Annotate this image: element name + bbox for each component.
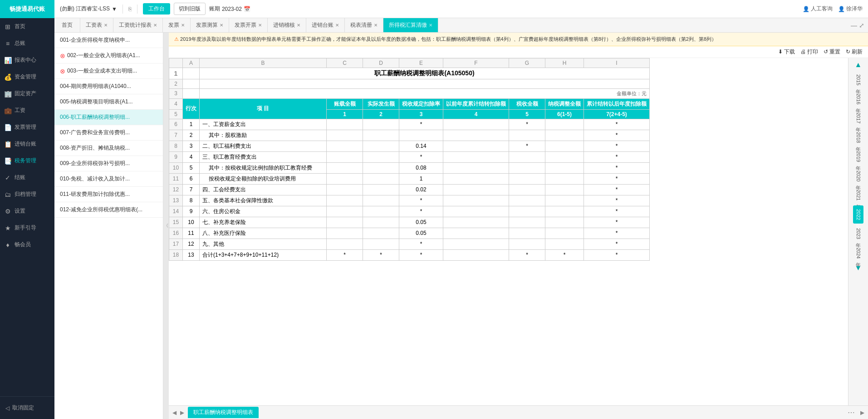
year-2015[interactable]: 2015年: [853, 71, 863, 89]
left-panel-item-001[interactable]: 001-企业所得税年度纳税申...: [54, 33, 163, 48]
row-6-f[interactable]: [443, 119, 509, 130]
left-panel-item-010[interactable]: 010-免税、减计收入及加计...: [54, 171, 163, 187]
year-2020[interactable]: 2020年: [853, 167, 863, 185]
row-17-g[interactable]: [509, 239, 545, 249]
sidebar-item-ledger[interactable]: ≡ 总账: [0, 35, 54, 52]
row-10-c[interactable]: [327, 162, 363, 173]
year-2022[interactable]: 2022年: [853, 205, 863, 224]
row-7-d[interactable]: [363, 130, 399, 141]
sidebar-item-closing[interactable]: ✓ 结账: [0, 169, 54, 186]
refresh-button[interactable]: ↻ 刷新: [846, 48, 863, 56]
row-7-h[interactable]: [545, 130, 584, 141]
reset-button[interactable]: ↺ 重置: [824, 48, 840, 56]
row-16-f[interactable]: [443, 228, 509, 239]
sidebar-item-funds[interactable]: 💰 资金管理: [0, 68, 54, 85]
row-12-f[interactable]: [443, 184, 509, 195]
left-panel-item-008[interactable]: 008-资产折旧、摊销及纳税...: [54, 141, 163, 156]
row-6-h[interactable]: [545, 119, 584, 130]
sidebar-item-home[interactable]: ⊞ 首页: [0, 18, 54, 35]
row-12-d[interactable]: [363, 184, 399, 195]
row-13-c[interactable]: [327, 195, 363, 206]
row-9-f[interactable]: [443, 151, 509, 162]
tab-home[interactable]: 首页: [54, 18, 80, 33]
row-8-c[interactable]: [327, 141, 363, 151]
row-15-c[interactable]: [327, 217, 363, 228]
tab-invoice-close[interactable]: ✕: [181, 23, 185, 28]
scroll-right-end-button[interactable]: ▶: [860, 409, 864, 416]
row-10-f[interactable]: [443, 162, 509, 173]
row-17-c[interactable]: [327, 239, 363, 249]
tab-minimize-icon[interactable]: —: [851, 22, 857, 29]
row-14-h[interactable]: [545, 206, 584, 217]
service-button[interactable]: 👤 人工客询: [803, 5, 833, 13]
sidebar-item-assets[interactable]: 🏢 固定资产: [0, 85, 54, 102]
year-2016[interactable]: 2016年: [853, 90, 863, 108]
year-up-button[interactable]: ▲: [854, 60, 863, 70]
sidebar-item-settings[interactable]: ⚙ 设置: [0, 203, 54, 219]
sidebar-item-reports[interactable]: 📊 报表中心: [0, 52, 54, 68]
row-12-g[interactable]: [509, 184, 545, 195]
tab-income-tax-close[interactable]: ✕: [429, 23, 432, 28]
sheet-options-button[interactable]: ⋯: [848, 408, 855, 417]
tab-invoice-calc-close[interactable]: ✕: [220, 23, 223, 28]
tab-purchase-check-close[interactable]: ✕: [297, 23, 300, 28]
calendar-icon[interactable]: 📅: [244, 6, 250, 12]
unpin-button[interactable]: ◁ 取消固定: [4, 400, 51, 415]
row-11-f[interactable]: [443, 173, 509, 184]
year-2021[interactable]: 2021年: [853, 186, 863, 204]
tab-tax-sheet[interactable]: 税表清册 ✕: [345, 18, 383, 33]
tab-purchase-ledger[interactable]: 进销台账 ✕: [306, 18, 345, 33]
row-16-g[interactable]: [509, 228, 545, 239]
row-11-g[interactable]: [509, 173, 545, 184]
row-9-h[interactable]: [545, 151, 584, 162]
year-2018[interactable]: 2018年: [853, 128, 863, 146]
row-12-c[interactable]: [327, 184, 363, 195]
tab-invoice-open-close[interactable]: ✕: [258, 23, 262, 28]
row-16-d[interactable]: [363, 228, 399, 239]
row-13-f[interactable]: [443, 195, 509, 206]
year-2019[interactable]: 2019年: [853, 147, 863, 166]
row-8-h[interactable]: [545, 141, 584, 151]
sidebar-item-invoice-mgmt[interactable]: 📄 发票管理: [0, 119, 54, 136]
row-11-d[interactable]: [363, 173, 399, 184]
year-2017[interactable]: 2017年: [853, 109, 863, 127]
row-9-c[interactable]: [327, 151, 363, 162]
switch-old-button[interactable]: 切到旧版: [174, 3, 206, 15]
tab-expand-icon[interactable]: ⤢: [859, 22, 864, 29]
left-panel-item-009[interactable]: 009-企业所得税弥补亏损明...: [54, 156, 163, 171]
row-15-f[interactable]: [443, 217, 509, 228]
row-15-h[interactable]: [545, 217, 584, 228]
row-10-g[interactable]: [509, 162, 545, 173]
row-10-h[interactable]: [545, 162, 584, 173]
row-7-g[interactable]: [509, 130, 545, 141]
left-panel-item-011[interactable]: 011-研发费用加计扣除优惠...: [54, 187, 163, 202]
row-9-g[interactable]: [509, 151, 545, 162]
row-7-e[interactable]: [399, 130, 443, 141]
row-12-h[interactable]: [545, 184, 584, 195]
tab-salary-stats[interactable]: 工资统计报表 ✕: [113, 18, 163, 33]
row-7-c[interactable]: [327, 130, 363, 141]
sidebar-item-archive[interactable]: 🗂 归档管理: [0, 186, 54, 203]
workspace-button[interactable]: 工作台: [143, 3, 170, 15]
year-down-button[interactable]: ▼: [854, 263, 863, 273]
left-panel-item-012[interactable]: 012-减免企业所得税优惠明细表(...: [54, 202, 163, 218]
tab-invoice-open[interactable]: 发票开票 ✕: [229, 18, 268, 33]
row-15-d[interactable]: [363, 217, 399, 228]
scroll-right-button[interactable]: ▶: [180, 409, 184, 416]
row-14-f[interactable]: [443, 206, 509, 217]
row-17-f[interactable]: [443, 239, 509, 249]
company-selector[interactable]: (勿删) 江西睿宝-LSS ▼: [60, 5, 117, 13]
left-panel-item-004[interactable]: 004-期间费用明细表(A1040...: [54, 79, 163, 94]
scroll-left-button[interactable]: ◀: [172, 409, 177, 416]
left-panel-item-006[interactable]: 006-职工薪酬纳税调整明细...: [54, 110, 163, 125]
row-8-f[interactable]: [443, 141, 509, 151]
tab-purchase-ledger-close[interactable]: ✕: [335, 23, 339, 28]
sidebar-item-member[interactable]: ♦ 畅会员: [0, 236, 54, 253]
row-18-f[interactable]: [443, 249, 509, 260]
row-13-d[interactable]: [363, 195, 399, 206]
avatar[interactable]: 👤 徐泽华: [838, 5, 863, 13]
sidebar-item-salary[interactable]: 💼 工资: [0, 102, 54, 119]
row-14-c[interactable]: [327, 206, 363, 217]
print-button[interactable]: 🖨 打印: [800, 48, 818, 56]
tab-salary-stats-close[interactable]: ✕: [153, 23, 157, 28]
